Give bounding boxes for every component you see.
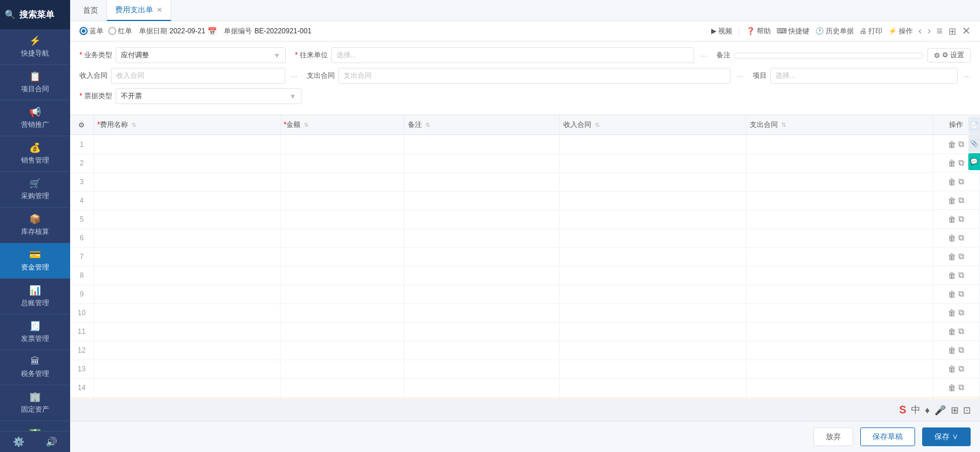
row-11-income[interactable] [560,322,746,341]
sidebar-search-label[interactable]: 搜索菜单 [19,9,54,20]
invoice-type-input[interactable]: 不开票 ▼ [116,88,302,104]
tab-expense-close[interactable]: ✕ [157,6,162,14]
row-7-note[interactable] [404,247,560,266]
row-14-note[interactable] [404,378,560,397]
row-10-expense[interactable] [746,303,933,322]
row-12-amount[interactable] [280,341,404,360]
row-2-income[interactable] [560,154,746,172]
row-8-name[interactable] [94,266,280,285]
income-contract-dots[interactable]: ··· [291,71,298,81]
logo-icon-chinese[interactable]: 中 [911,404,920,416]
row-6-income[interactable] [560,229,746,247]
row-4-copy-icon[interactable]: ⧉ [958,195,964,205]
row-13-copy-icon[interactable]: ⧉ [958,364,964,374]
row-2-expense[interactable] [746,154,933,172]
row-14-expense[interactable] [746,378,933,397]
row-7-name[interactable] [94,247,280,266]
sidebar-item-ledger[interactable]: 📊 总账管理 [0,279,70,315]
row-2-note[interactable] [404,154,560,172]
row-10-income[interactable] [560,303,746,322]
row-1-delete-icon[interactable]: 🗑 [948,140,956,149]
row-13-income[interactable] [560,360,746,378]
row-12-copy-icon[interactable]: ⧉ [958,345,964,355]
row-13-delete-icon[interactable]: 🗑 [948,364,956,374]
sidebar-item-tax[interactable]: 🏛 税务管理 [0,350,70,385]
row-6-name[interactable] [94,229,280,247]
row-2-delete-icon[interactable]: 🗑 [948,158,956,168]
row-7-amount[interactable] [280,247,404,266]
sidebar-item-marketing[interactable]: 📢 营销推广 [0,101,70,136]
list-view-icon[interactable]: ≡ [936,25,943,37]
row-12-name[interactable] [94,341,280,360]
window-close-icon[interactable]: ✕ [962,25,971,37]
row-9-copy-icon[interactable]: ⧉ [958,289,964,299]
sidebar-item-inventory[interactable]: 📦 库存核算 [0,208,70,243]
actions-button[interactable]: ⚡ 操作 [888,26,913,36]
sidebar-item-fixed-assets[interactable]: 🏢 固定资产 [0,385,70,421]
logo-icon-box[interactable]: ⊡ [963,405,971,416]
row-8-income[interactable] [560,266,746,285]
row-3-income[interactable] [560,172,746,191]
row-3-note[interactable] [404,172,560,191]
logo-icon-diamond[interactable]: ♦ [925,405,930,416]
nav-prev-button[interactable]: ‹ [919,26,922,36]
col-settings[interactable]: ⚙ [70,115,94,135]
sidebar-item-capital[interactable]: 💳 资金管理 [0,243,70,279]
row-1-expense[interactable] [746,135,933,154]
row-6-copy-icon[interactable]: ⧉ [958,233,964,243]
row-11-copy-icon[interactable]: ⧉ [958,326,964,336]
row-13-note[interactable] [404,360,560,378]
expense-contract-input[interactable]: 支出合同 [338,68,730,84]
row-1-income[interactable] [560,135,746,154]
sidebar-item-invoice[interactable]: 🧾 发票管理 [0,315,70,350]
logo-icon-grid[interactable]: ⊞ [951,405,958,416]
row-9-amount[interactable] [280,285,404,303]
video-button[interactable]: ▶ 视频 [711,26,732,36]
row-8-copy-icon[interactable]: ⧉ [958,270,964,280]
float-tab-2[interactable]: 📎 [968,135,980,152]
row-7-income[interactable] [560,247,746,266]
row-4-expense[interactable] [746,191,933,210]
row-14-copy-icon[interactable]: ⧉ [958,382,964,392]
save-button[interactable]: 保存 ∨ [922,427,971,446]
row-8-note[interactable] [404,266,560,285]
sidebar-item-project-contract[interactable]: 📋 项目合同 [0,65,70,101]
row-7-expense[interactable] [746,247,933,266]
shortcut-button[interactable]: ⌨ 快捷键 [777,26,809,36]
grid-view-icon[interactable]: ⊞ [948,26,956,37]
row-12-delete-icon[interactable]: 🗑 [948,346,956,355]
row-4-amount[interactable] [280,191,404,210]
sort-arrows-name[interactable]: ⇅ [131,122,136,128]
volume-icon[interactable]: 🔊 [46,436,57,447]
sidebar-item-sales[interactable]: 💰 销售管理 [0,136,70,172]
tab-home[interactable]: 首页 [75,0,107,21]
row-3-copy-icon[interactable]: ⧉ [958,177,964,187]
row-8-delete-icon[interactable]: 🗑 [948,271,956,280]
row-14-amount[interactable] [280,378,404,397]
row-2-copy-icon[interactable]: ⧉ [958,158,964,168]
sidebar-item-salary[interactable]: 💵 工资 [0,421,70,431]
sidebar-item-purchase[interactable]: 🛒 采购管理 [0,172,70,208]
row-12-expense[interactable] [746,341,933,360]
expense-contract-dots[interactable]: ··· [736,71,743,81]
row-8-expense[interactable] [746,266,933,285]
row-12-note[interactable] [404,341,560,360]
logo-icon-mic[interactable]: 🎤 [934,405,946,416]
sidebar-item-quick-nav[interactable]: ⚡ 快捷导航 [0,29,70,65]
history-button[interactable]: 🕐 历史单据 [815,26,854,36]
sort-arrows-amount[interactable]: ⇅ [304,122,309,128]
row-9-income[interactable] [560,285,746,303]
row-6-note[interactable] [404,229,560,247]
row-5-income[interactable] [560,210,746,229]
settings-button[interactable]: ⚙ ⚙ 设置 [927,48,971,63]
project-input[interactable]: 选择... [770,68,958,84]
row-3-delete-icon[interactable]: 🗑 [948,177,956,187]
row-12-income[interactable] [560,341,746,360]
save-draft-button[interactable]: 保存草稿 [860,427,915,446]
row-10-amount[interactable] [280,303,404,322]
date-value[interactable]: 2022-09-21 [169,27,205,35]
row-6-delete-icon[interactable]: 🗑 [948,233,956,243]
row-2-amount[interactable] [280,154,404,172]
discard-button[interactable]: 放弃 [813,427,853,446]
sort-arrows-income[interactable]: ⇅ [595,122,600,128]
